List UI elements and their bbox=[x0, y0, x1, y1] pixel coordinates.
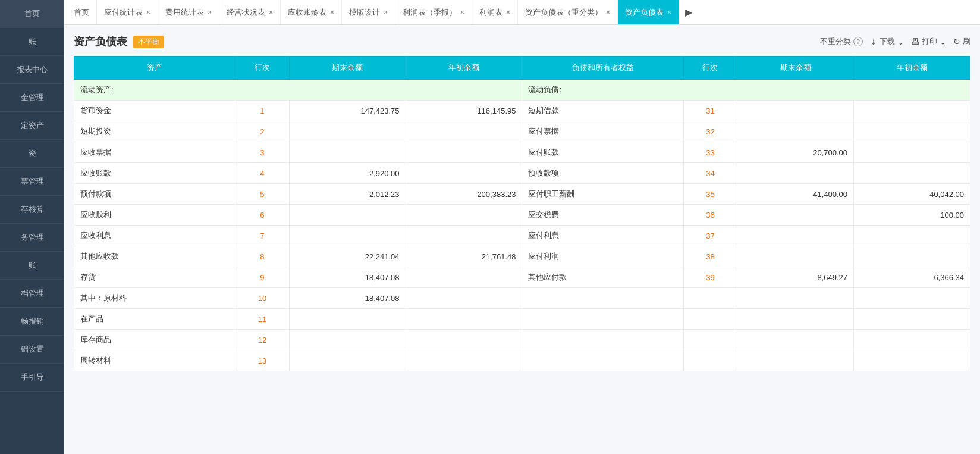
tab-profit-quarterly[interactable]: 利润表（季报） × bbox=[395, 0, 472, 25]
header-end-balance: 期末余额 bbox=[289, 57, 406, 80]
header-year-start-balance: 年初余额 bbox=[406, 57, 522, 80]
sidebar-item-home[interactable]: 首页 bbox=[0, 0, 64, 28]
tab-business-status[interactable]: 经营状况表 × bbox=[219, 0, 281, 25]
right-year-balance: 6,366.34 bbox=[854, 267, 970, 288]
left-end-balance: 18,407.08 bbox=[289, 288, 406, 309]
tab-more-button[interactable]: ▶ bbox=[679, 0, 698, 25]
tab-balance-reclassified[interactable]: 资产负债表（重分类） × bbox=[518, 0, 618, 25]
right-row-num: 33 bbox=[683, 142, 737, 163]
right-end-balance bbox=[737, 226, 854, 246]
tab-close-profit[interactable]: × bbox=[506, 8, 510, 17]
sidebar-item-capital[interactable]: 资 bbox=[0, 140, 64, 168]
right-item-name: 预收款项 bbox=[522, 163, 683, 184]
print-icon: 🖶 bbox=[911, 37, 919, 46]
right-end-balance bbox=[737, 121, 854, 142]
right-year-balance: 100.00 bbox=[854, 205, 970, 226]
left-item-name: 库存商品 bbox=[74, 330, 235, 350]
sidebar-item-reports[interactable]: 报表中心 bbox=[0, 56, 64, 84]
content-area: 资产负债表 不平衡 不重分类 ? ⇣ 下载 ⌄ 🖶 打印 ⌄ bbox=[64, 25, 980, 454]
tab-close-balance-sheet[interactable]: × bbox=[667, 8, 671, 17]
left-year-balance bbox=[406, 163, 522, 184]
right-item-name: 应付职工薪酬 bbox=[522, 184, 683, 205]
tab-payable-stats[interactable]: 应付统计表 × bbox=[97, 0, 158, 25]
right-year-balance bbox=[854, 101, 970, 121]
right-end-balance bbox=[737, 330, 854, 350]
left-year-balance bbox=[406, 226, 522, 246]
left-year-balance: 200,383.23 bbox=[406, 184, 522, 205]
table-row: 短期投资 2 应付票据 32 bbox=[74, 121, 970, 142]
right-row-num: 38 bbox=[683, 246, 737, 267]
left-end-balance bbox=[289, 350, 406, 371]
left-end-balance bbox=[289, 330, 406, 350]
sidebar-item-inventory[interactable]: 存核算 bbox=[0, 196, 64, 224]
left-year-balance: 21,761.48 bbox=[406, 246, 522, 267]
print-chevron-icon: ⌄ bbox=[940, 37, 946, 46]
sidebar-item-settings[interactable]: 础设置 bbox=[0, 336, 64, 364]
section-left-label: 流动资产: bbox=[74, 80, 522, 101]
sidebar-item-finance[interactable]: 金管理 bbox=[0, 84, 64, 112]
balance-sheet-table: 资产 行次 期末余额 年初余额 负债和所有者权益 行次 期末余额 年初余额 流动… bbox=[74, 56, 970, 371]
table-row: 其中：原材料 10 18,407.08 bbox=[74, 288, 970, 309]
print-button[interactable]: 🖶 打印 ⌄ bbox=[911, 36, 946, 47]
left-end-balance bbox=[289, 142, 406, 163]
table-row: 流动资产: 流动负债: bbox=[74, 80, 970, 101]
tab-home[interactable]: 首页 bbox=[67, 0, 97, 25]
right-row-num: 36 bbox=[683, 205, 737, 226]
tab-close-payable-stats[interactable]: × bbox=[146, 8, 150, 17]
sidebar-item-ledger[interactable]: 账 bbox=[0, 252, 64, 280]
left-end-balance: 2,012.23 bbox=[289, 184, 406, 205]
right-end-balance bbox=[737, 205, 854, 226]
right-item-name: 应付票据 bbox=[522, 121, 683, 142]
left-row-num: 13 bbox=[235, 350, 289, 371]
category-select[interactable]: 不重分类 ? bbox=[820, 36, 863, 47]
tab-receivable-aging[interactable]: 应收账龄表 × bbox=[281, 0, 342, 25]
tab-close-template-design[interactable]: × bbox=[384, 8, 388, 17]
right-item-name bbox=[522, 330, 683, 350]
sidebar-item-fixed-assets[interactable]: 定资产 bbox=[0, 112, 64, 140]
tab-close-receivable-aging[interactable]: × bbox=[330, 8, 334, 17]
left-item-name: 应收股利 bbox=[74, 205, 235, 226]
header-assets: 资产 bbox=[74, 57, 235, 80]
right-item-name bbox=[522, 350, 683, 371]
right-item-name: 应付账款 bbox=[522, 142, 683, 163]
right-end-balance bbox=[737, 163, 854, 184]
sidebar-item-account[interactable]: 账 bbox=[0, 28, 64, 56]
left-end-balance: 18,407.08 bbox=[289, 267, 406, 288]
left-row-num: 9 bbox=[235, 267, 289, 288]
left-row-num: 4 bbox=[235, 163, 289, 184]
sidebar-item-ticket[interactable]: 票管理 bbox=[0, 168, 64, 196]
sidebar-item-archive[interactable]: 档管理 bbox=[0, 280, 64, 308]
tab-close-profit-quarterly[interactable]: × bbox=[460, 8, 464, 17]
tab-bar: 首页 应付统计表 × 费用统计表 × 经营状况表 × 应收账龄表 × 模版设计 … bbox=[64, 0, 980, 25]
left-end-balance bbox=[289, 309, 406, 330]
tab-profit[interactable]: 利润表 × bbox=[472, 0, 518, 25]
download-button[interactable]: ⇣ 下载 ⌄ bbox=[870, 36, 904, 47]
table-row: 货币资金 1 147,423.75 116,145.95 短期借款 31 bbox=[74, 101, 970, 121]
help-icon[interactable]: ? bbox=[853, 37, 863, 46]
toolbar: 不重分类 ? ⇣ 下载 ⌄ 🖶 打印 ⌄ ↻ 刷 bbox=[820, 36, 970, 47]
tab-close-balance-reclassified[interactable]: × bbox=[606, 8, 610, 17]
tab-close-business-status[interactable]: × bbox=[269, 8, 273, 17]
table-row: 其他应收款 8 22,241.04 21,761.48 应付利润 38 bbox=[74, 246, 970, 267]
sidebar-item-expense[interactable]: 畅报销 bbox=[0, 308, 64, 336]
tab-template-design[interactable]: 模版设计 × bbox=[342, 0, 395, 25]
tab-balance-sheet[interactable]: 资产负债表 × bbox=[618, 0, 679, 25]
right-item-name: 应付利润 bbox=[522, 246, 683, 267]
tab-expense-stats[interactable]: 费用统计表 × bbox=[158, 0, 219, 25]
left-year-balance bbox=[406, 267, 522, 288]
table-row: 周转材料 13 bbox=[74, 350, 970, 371]
left-end-balance bbox=[289, 205, 406, 226]
left-row-num: 6 bbox=[235, 205, 289, 226]
left-year-balance bbox=[406, 330, 522, 350]
left-item-name: 短期投资 bbox=[74, 121, 235, 142]
sidebar: 首页 账 报表中心 金管理 定资产 资 票管理 存核算 务管理 账 档管理 畅报… bbox=[0, 0, 64, 454]
tab-close-expense-stats[interactable]: × bbox=[208, 8, 212, 17]
left-item-name: 存货 bbox=[74, 267, 235, 288]
refresh-button[interactable]: ↻ 刷 bbox=[953, 36, 970, 47]
sidebar-item-guide[interactable]: 手引导 bbox=[0, 364, 64, 392]
left-row-num: 10 bbox=[235, 288, 289, 309]
right-end-balance: 20,700.00 bbox=[737, 142, 854, 163]
left-item-name: 货币资金 bbox=[74, 101, 235, 121]
right-row-num bbox=[683, 288, 737, 309]
sidebar-item-tax[interactable]: 务管理 bbox=[0, 224, 64, 252]
